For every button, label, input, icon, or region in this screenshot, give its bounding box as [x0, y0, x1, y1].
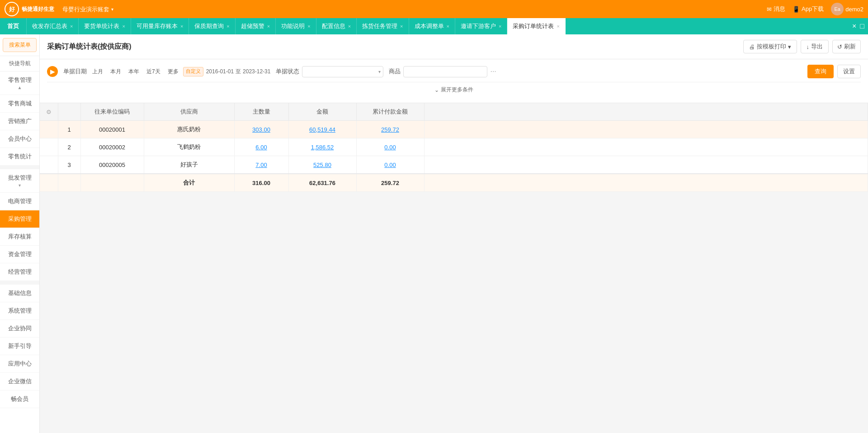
sidebar-item-retail[interactable]: 零售管理 ▲ — [0, 71, 39, 95]
date-to: 2023-12-31 — [243, 68, 270, 75]
maximize-btn[interactable]: □ — [860, 22, 864, 30]
tab-cost[interactable]: 成本调整单 × — [409, 18, 455, 34]
top-bar: 好 畅捷通好生意 母婴行业演示账套 ▾ ✉ 消息 📱 App下载 Ea demo… — [0, 0, 868, 18]
logo-text: 畅捷通好生意 — [22, 5, 54, 13]
row3-extra — [424, 156, 868, 174]
sidebar-item-basic[interactable]: 基础信息 — [0, 285, 39, 302]
tab-cost-close[interactable]: × — [447, 24, 449, 29]
shortcut-this-year[interactable]: 本年 — [126, 67, 142, 76]
close-tab-btn[interactable]: × — [852, 22, 856, 30]
sidebar-item-wechat[interactable]: 企业微信 — [0, 373, 39, 390]
app-download-btn[interactable]: 📱 App下载 — [793, 5, 824, 13]
goods-input[interactable] — [403, 66, 487, 77]
tab-function-close[interactable]: × — [307, 24, 310, 29]
tab-invite-close[interactable]: × — [499, 24, 501, 29]
user-area[interactable]: Ea demo2 — [831, 3, 863, 15]
filter-row-main: ▶ 单据日期 上月 本月 本年 近7天 更多 自定义 2016-01-01 至 — [47, 65, 861, 78]
settings-icon[interactable]: ⚙ — [46, 109, 52, 115]
row1-amount: 60,519.44 — [288, 121, 356, 138]
sidebar-item-enterprise[interactable]: 企业协同 — [0, 320, 39, 338]
sidebar-divider-1 — [0, 166, 39, 169]
tab-purchase-stat[interactable]: 采购订单统计表 × — [507, 18, 565, 34]
tab-collection-close[interactable]: × — [70, 24, 73, 29]
query-btn[interactable]: 查询 — [807, 65, 834, 78]
tab-requisition-label: 要货单统计表 — [84, 22, 119, 30]
settings-btn[interactable]: 设置 — [837, 65, 861, 78]
shortcut-this-month[interactable]: 本月 — [108, 67, 124, 76]
tab-available-close[interactable]: × — [180, 24, 183, 29]
tab-config-close[interactable]: × — [348, 24, 351, 29]
goods-filter-label: 商品 — [389, 67, 401, 76]
row1-paid: 259.72 — [356, 121, 424, 138]
sidebar-item-operations[interactable]: 经营管理 — [0, 263, 39, 281]
col-header-qty: 主数量 — [234, 103, 288, 121]
sidebar-item-retail-shop[interactable]: 零售商城 — [0, 95, 39, 113]
tab-requisition-close[interactable]: × — [122, 24, 125, 29]
tab-home[interactable]: 首页 — [0, 18, 27, 34]
row3-supplier: 好孩子 — [144, 156, 234, 174]
tab-function[interactable]: 功能说明 × — [276, 18, 316, 34]
footer-amount: 62,631.76 — [288, 174, 356, 192]
tab-home-label: 首页 — [7, 22, 19, 30]
chevron-down-expand-icon: ⌄ — [434, 87, 439, 93]
tab-expiry[interactable]: 保质期查询 × — [189, 18, 235, 34]
sidebar-item-vip[interactable]: 畅会员 — [0, 390, 39, 408]
tab-purchase-stat-close[interactable]: × — [557, 24, 559, 29]
tab-picking-close[interactable]: × — [400, 24, 403, 29]
sidebar-basic-label: 基础信息 — [8, 289, 32, 297]
shortcut-more[interactable]: 更多 — [165, 67, 181, 76]
expand-filter-btn[interactable]: ⌄ 展开更多条件 — [47, 82, 861, 97]
sidebar-system-label: 系统管理 — [8, 307, 32, 315]
breadcrumb-select[interactable]: 母婴行业演示账套 — [62, 6, 117, 13]
sidebar-quick-nav[interactable]: 快捷导航 — [0, 56, 39, 71]
tab-overstock-close[interactable]: × — [267, 24, 270, 29]
col-header-code: 往来单位编码 — [80, 103, 144, 121]
tab-overstock[interactable]: 超储预警 × — [236, 18, 276, 34]
sidebar-item-inventory[interactable]: 库存核算 — [0, 228, 39, 246]
tab-expiry-close[interactable]: × — [226, 24, 229, 29]
shortcut-7days[interactable]: 近7天 — [144, 67, 163, 76]
sidebar-item-marketing[interactable]: 营销推广 — [0, 113, 39, 130]
sidebar-app-center-label: 应用中心 — [8, 360, 32, 368]
status-select[interactable]: 待审核 已审核 已关闭 — [302, 66, 383, 77]
shortcut-last-month[interactable]: 上月 — [90, 67, 106, 76]
row2-paid: 0.00 — [356, 138, 424, 156]
logo-area: 好 畅捷通好生意 — [5, 2, 54, 16]
sidebar-item-ecommerce[interactable]: 电商管理 — [0, 193, 39, 210]
print-arrow-icon: ▾ — [788, 43, 791, 50]
sidebar-item-purchase[interactable]: 采购管理 — [0, 210, 39, 228]
sidebar-item-retail-stat[interactable]: 零售统计 — [0, 148, 39, 166]
row3-qty: 7.00 — [234, 156, 288, 174]
col-header-amount: 金额 — [288, 103, 356, 121]
tab-requisition[interactable]: 要货单统计表 × — [79, 18, 131, 34]
message-btn[interactable]: ✉ 消息 — [767, 5, 785, 13]
export-btn[interactable]: ↓ 导出 — [801, 40, 829, 53]
sidebar-item-system[interactable]: 系统管理 — [0, 302, 39, 320]
search-menu-btn[interactable]: 搜索菜单 — [3, 38, 37, 52]
sidebar-wechat-label: 企业微信 — [8, 377, 32, 385]
sidebar-item-guide[interactable]: 新手引导 — [0, 338, 39, 355]
tab-invite[interactable]: 邀请下游客户 × — [455, 18, 507, 34]
export-label: 导出 — [811, 43, 823, 51]
col-header-settings[interactable]: ⚙ — [40, 103, 58, 121]
sidebar-item-finance[interactable]: 资金管理 — [0, 246, 39, 263]
sidebar-ecommerce-label: 电商管理 — [8, 197, 32, 205]
sidebar-item-member[interactable]: 会员中心 — [0, 130, 39, 148]
sidebar-item-wholesale[interactable]: 批发管理 ▾ — [0, 169, 39, 193]
sidebar-item-app-center[interactable]: 应用中心 — [0, 355, 39, 373]
sidebar-marketing-label: 营销推广 — [8, 117, 32, 125]
table-row: 1 00020001 惠氏奶粉 303.00 60,519.44 259.72 — [40, 121, 868, 138]
tab-available[interactable]: 可用量库存账本 × — [131, 18, 189, 34]
sidebar-inventory-label: 库存核算 — [8, 233, 32, 241]
row2-amount: 1,586.52 — [288, 138, 356, 156]
filter-collapse-btn[interactable]: ▶ — [47, 66, 58, 77]
tab-picking[interactable]: 拣货任务管理 × — [357, 18, 409, 34]
tab-collection[interactable]: 收发存汇总表 × — [27, 18, 79, 34]
refresh-btn[interactable]: ↺ 刷新 — [832, 40, 861, 53]
goods-more-icon[interactable]: ··· — [490, 67, 496, 76]
footer-qty: 316.00 — [234, 174, 288, 192]
print-btn[interactable]: 🖨 按模板打印 ▾ — [743, 40, 797, 53]
tab-config[interactable]: 配置信息 × — [316, 18, 357, 34]
print-label: 按模板打印 — [757, 43, 786, 51]
data-table: ⚙ 往来单位编码 供应商 主数量 金额 累计付款金额 1 — [40, 103, 868, 192]
